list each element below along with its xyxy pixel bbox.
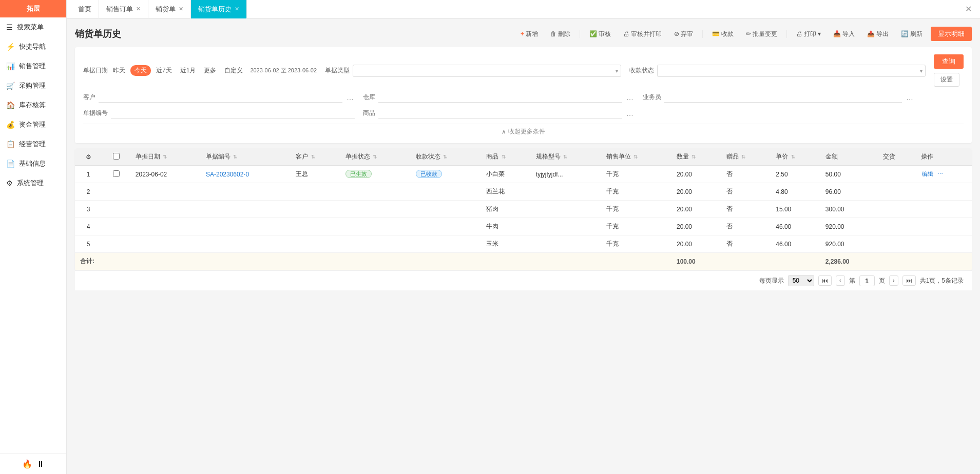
- col-gift[interactable]: 赠品 ⇅: [721, 148, 771, 166]
- sidebar-item-finance-mgmt[interactable]: 💰 资金管理: [0, 115, 66, 134]
- import-button[interactable]: 📥 导入: [829, 28, 859, 41]
- more-action-btn[interactable]: ⋯: [936, 171, 944, 177]
- customer-ellipsis[interactable]: …: [345, 93, 355, 102]
- collect-button[interactable]: 💳 收款: [708, 28, 738, 41]
- more-conditions-toggle[interactable]: ∧ 收起更多条件: [83, 124, 964, 139]
- sidebar-item-quick-nav[interactable]: ⚡ 快捷导航: [0, 37, 66, 56]
- col-checkbox[interactable]: [102, 148, 130, 166]
- abandon-button[interactable]: ⊘ 弃审: [670, 28, 697, 41]
- audit-button[interactable]: ✅ 审核: [585, 28, 615, 41]
- tab-sales-order-close[interactable]: ✕: [136, 6, 141, 12]
- col-gift-label: 赠品: [726, 153, 739, 160]
- more-conditions-label: 收起更多条件: [508, 127, 545, 136]
- last-page-button[interactable]: ⏭: [902, 275, 916, 286]
- col-payment-status[interactable]: 收款状态 ⇅: [411, 148, 481, 166]
- shortcut-last7[interactable]: 近7天: [153, 66, 175, 75]
- sidebar-item-inventory[interactable]: 🏠 库存核算: [0, 95, 66, 115]
- row-amount: 300.00: [820, 201, 878, 218]
- row-checkbox-cell[interactable]: [102, 166, 130, 183]
- shortcut-more[interactable]: 更多: [201, 66, 219, 75]
- shortcut-last1m[interactable]: 近1月: [177, 66, 199, 75]
- col-doc-date[interactable]: 单据日期 ⇅: [130, 148, 201, 166]
- export-label: 导出: [876, 30, 889, 38]
- tab-sales-order[interactable]: 销售订单 ✕: [99, 0, 148, 18]
- audit-icon: ✅: [589, 30, 597, 37]
- salesman-input[interactable]: [664, 92, 902, 103]
- query-button[interactable]: 查询: [934, 54, 964, 69]
- row-amount: 50.00: [820, 166, 878, 183]
- add-label: 新增: [526, 30, 538, 38]
- sidebar-item-operation-mgmt[interactable]: 📋 经营管理: [0, 134, 66, 154]
- first-page-button[interactable]: ⏮: [818, 275, 832, 286]
- tab-sales-history[interactable]: 销货单历史 ✕: [191, 0, 247, 18]
- export-button[interactable]: 📤 导出: [863, 28, 893, 41]
- table-footer-row: 合计: 100.00 2,286.00: [75, 253, 972, 270]
- per-page-select[interactable]: 50 20 100: [788, 275, 814, 286]
- fire-icon[interactable]: 🔥: [22, 459, 32, 469]
- edit-action-btn[interactable]: 编辑: [921, 171, 934, 177]
- payment-status-select[interactable]: [657, 65, 926, 77]
- col-sales-unit-label: 销售单位: [606, 153, 631, 160]
- tab-sales-goods-close[interactable]: ✕: [179, 6, 183, 12]
- col-unit-price[interactable]: 单价 ⇅: [771, 148, 820, 166]
- next-page-button[interactable]: ›: [889, 275, 898, 286]
- tab-sales-history-close[interactable]: ✕: [235, 6, 239, 12]
- sidebar-item-base-info[interactable]: 📄 基础信息: [0, 154, 66, 173]
- tab-home[interactable]: 首页: [71, 0, 99, 18]
- tabs-close-all-button[interactable]: ✕: [961, 4, 976, 14]
- audit-print-button[interactable]: 🖨 审核并打印: [619, 28, 666, 41]
- setting-button[interactable]: 设置: [934, 73, 959, 87]
- shortcut-yesterday[interactable]: 昨天: [110, 66, 128, 75]
- toolbar-divider3: [786, 30, 787, 38]
- col-doc-status[interactable]: 单据状态 ⇅: [340, 148, 411, 166]
- row-gift: 否: [721, 183, 771, 201]
- row-quantity: 20.00: [671, 201, 721, 218]
- sidebar-item-sales-mgmt[interactable]: 📊 销售管理: [0, 56, 66, 76]
- row-payment-status: 已收款: [411, 166, 481, 183]
- doc-no-link[interactable]: SA-20230602-0: [206, 171, 249, 178]
- page-header: 销货单历史 + 新增 🗑 删除 ✅ 审核 🖨 审核并打印: [75, 27, 972, 41]
- sidebar-item-system-mgmt[interactable]: ⚙ 系统管理: [0, 173, 66, 193]
- payment-status-tag: 已收款: [416, 170, 442, 178]
- sidebar-item-purchase-mgmt[interactable]: 🛒 采购管理: [0, 76, 66, 95]
- shortcut-today[interactable]: 今天: [130, 65, 151, 76]
- salesman-ellipsis[interactable]: …: [905, 93, 914, 102]
- row-checkbox[interactable]: [113, 170, 120, 177]
- sidebar-logo[interactable]: 拓展: [0, 0, 66, 17]
- col-customer[interactable]: 客户 ⇅: [291, 148, 340, 166]
- shortcut-custom[interactable]: 自定义: [221, 66, 246, 75]
- sidebar-item-label: 采购管理: [19, 81, 46, 90]
- col-sales-unit[interactable]: 销售单位 ⇅: [601, 148, 671, 166]
- doc-type-select[interactable]: [353, 65, 621, 77]
- row-num: 2: [75, 183, 102, 201]
- print-button[interactable]: 🖨 打印 ▾: [792, 28, 825, 41]
- col-quantity[interactable]: 数量 ⇅: [671, 148, 721, 166]
- warehouse-ellipsis[interactable]: …: [625, 93, 635, 102]
- operation-mgmt-icon: 📋: [6, 140, 15, 148]
- col-doc-no[interactable]: 单据编号 ⇅: [201, 148, 291, 166]
- page-number-input[interactable]: [859, 275, 875, 286]
- goods-ellipsis[interactable]: …: [625, 109, 635, 117]
- batch-change-button[interactable]: ✏ 批量变更: [742, 28, 781, 41]
- prev-page-button[interactable]: ‹: [836, 275, 845, 286]
- tab-sales-goods[interactable]: 销货单 ✕: [148, 0, 191, 18]
- add-button[interactable]: + 新增: [516, 28, 542, 41]
- sidebar-item-search-menu[interactable]: ☰ 搜索菜单: [0, 17, 66, 37]
- col-settings[interactable]: ⚙: [75, 148, 102, 166]
- select-all-checkbox[interactable]: [113, 153, 120, 160]
- refresh-button[interactable]: 🔄 刷新: [897, 28, 927, 41]
- col-spec-type[interactable]: 规格型号 ⇅: [531, 148, 601, 166]
- doc-no-label: 单据编号: [83, 109, 108, 117]
- sidebar-bottom: 🔥 ⏸: [0, 453, 66, 474]
- warehouse-input[interactable]: [378, 92, 622, 103]
- table-row: 5 玉米 千克 20.00 否 46.00 920.00: [75, 235, 972, 253]
- toolbar: + 新增 🗑 删除 ✅ 审核 🖨 审核并打印 ⊘ 弃审: [516, 27, 972, 41]
- delete-button[interactable]: 🗑 删除: [546, 28, 574, 41]
- customer-input[interactable]: [99, 92, 342, 103]
- doc-no-input[interactable]: [111, 108, 355, 118]
- goods-filter-input[interactable]: [378, 108, 622, 118]
- col-goods[interactable]: 商品 ⇅: [481, 148, 531, 166]
- delete-icon: 🗑: [550, 30, 556, 37]
- show-detail-button[interactable]: 显示明细: [931, 27, 972, 41]
- pause-icon[interactable]: ⏸: [36, 460, 45, 469]
